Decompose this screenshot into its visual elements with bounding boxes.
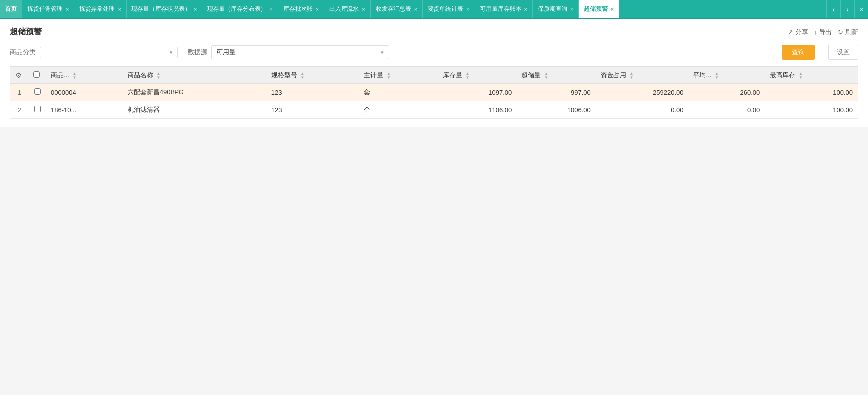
- cell-avg: 260.00: [688, 84, 765, 101]
- row-checkbox[interactable]: [34, 88, 41, 95]
- chevron-down-icon-2: ▾: [381, 49, 384, 56]
- sort-icon-sku-code: ▲▼: [72, 72, 76, 79]
- column-checkbox: [28, 67, 46, 84]
- sort-icon-avg: ▲▼: [715, 72, 719, 79]
- column-spec[interactable]: 规格型号 ▲▼: [266, 67, 359, 84]
- sort-icon-max-stock: ▲▼: [799, 72, 803, 79]
- category-filter: 商品分类 ▾: [10, 47, 178, 58]
- gear-icon[interactable]: ⚙: [15, 71, 22, 79]
- sort-icon-spec: ▲▼: [300, 72, 304, 79]
- cell-capital: 259220.00: [596, 84, 689, 101]
- cell-stock: 1106.00: [438, 101, 517, 118]
- close-tab-summary[interactable]: ×: [414, 6, 417, 12]
- column-stock[interactable]: 库存量 ▲▼: [438, 67, 517, 84]
- close-tab-stock-status[interactable]: ×: [194, 6, 197, 12]
- row-number: 2: [10, 101, 28, 118]
- nav-tab-batch[interactable]: 库存批次账 ×: [278, 0, 324, 18]
- cell-max-stock: 100.00: [765, 84, 858, 101]
- sort-icon-unit: ▲▼: [387, 72, 391, 79]
- settings-button[interactable]: 设置: [828, 45, 858, 60]
- column-max-stock[interactable]: 最高库存 ▲▼: [765, 67, 858, 84]
- sort-icon-capital: ▲▼: [629, 72, 633, 79]
- datasource-select-value: 可用量: [217, 48, 236, 57]
- close-tab-inout[interactable]: ×: [362, 6, 365, 12]
- column-sku-name[interactable]: 商品名称 ▲▼: [123, 67, 266, 84]
- close-tab-batch[interactable]: ×: [316, 6, 319, 12]
- refresh-button[interactable]: ↻ 刷新: [838, 28, 858, 37]
- nav-tab-quality[interactable]: 保质期查询 ×: [533, 0, 579, 18]
- column-sku-code[interactable]: 商品... ▲▼: [46, 67, 123, 84]
- nav-tab-summary[interactable]: 收发存汇总表 ×: [371, 0, 423, 18]
- export-icon: ↓: [814, 28, 818, 36]
- datasource-select[interactable]: 可用量 ▾: [211, 45, 389, 59]
- row-checkbox-cell: [28, 84, 46, 101]
- datasource-label: 数据源: [188, 48, 207, 57]
- column-unit[interactable]: 主计量 ▲▼: [359, 67, 437, 84]
- nav-tab-available[interactable]: 可用量库存账本 ×: [475, 0, 533, 18]
- table-row: 2 186-10... 机油滤清器 123 个 1106.00 1006.00 …: [10, 101, 858, 118]
- close-tab-available[interactable]: ×: [524, 6, 527, 12]
- page-header: 超储预警 ↗ 分享 ↓ 导出 ↻ 刷新: [10, 27, 858, 37]
- nav-tab-stock-status[interactable]: 现存量（库存状况表） ×: [127, 0, 202, 18]
- cell-max-stock: 100.00: [765, 101, 858, 118]
- filter-row: 商品分类 ▾ 数据源 可用量 ▾ 查询 设置: [10, 45, 858, 60]
- close-tab-task[interactable]: ×: [66, 6, 69, 12]
- nav-prev-arrow[interactable]: ‹: [826, 0, 840, 19]
- category-select[interactable]: ▾: [40, 47, 178, 58]
- share-button[interactable]: ↗ 分享: [788, 28, 808, 37]
- cell-sku-name: 机油滤清器: [123, 101, 266, 118]
- nav-close-arrow[interactable]: ×: [854, 0, 868, 19]
- close-tab-quality[interactable]: ×: [570, 6, 573, 12]
- header-actions: ↗ 分享 ↓ 导出 ↻ 刷新: [788, 28, 859, 37]
- nav-tab-overstock[interactable]: 超储预警 ×: [579, 0, 619, 18]
- row-number: 1: [10, 84, 28, 101]
- table-body: 1 0000004 六配套新昌490BPG 123 套 1097.00 997.…: [10, 84, 858, 118]
- column-capital[interactable]: 资金占用 ▲▼: [596, 67, 689, 84]
- cell-overstock: 997.00: [517, 84, 595, 101]
- data-table: ⚙ 商品... ▲▼ 商品名称 ▲▼ 规格型号 ▲▼: [10, 66, 858, 118]
- column-gear: ⚙: [10, 67, 28, 84]
- top-navigation: 首页 拣货任务管理 × 拣货异常处理 × 现存量（库存状况表） × 现存量（库存…: [0, 0, 868, 19]
- sort-icon-overstock: ▲▼: [544, 72, 548, 79]
- data-table-wrapper: ⚙ 商品... ▲▼ 商品名称 ▲▼ 规格型号 ▲▼: [10, 66, 858, 119]
- table-header-row: ⚙ 商品... ▲▼ 商品名称 ▲▼ 规格型号 ▲▼: [10, 67, 858, 84]
- cell-unit: 套: [359, 84, 437, 101]
- select-all-checkbox[interactable]: [33, 71, 40, 78]
- cell-sku-code: 0000004: [46, 84, 123, 101]
- close-tab-stock-dist[interactable]: ×: [269, 6, 272, 12]
- refresh-icon: ↻: [838, 28, 843, 36]
- cell-sku-code: 186-10...: [46, 101, 123, 118]
- cell-spec: 123: [266, 101, 359, 118]
- page-title: 超储预警: [10, 27, 42, 37]
- close-tab-order-stats[interactable]: ×: [466, 6, 469, 12]
- datasource-filter: 数据源 可用量 ▾: [188, 45, 389, 59]
- nav-tab-stock-dist[interactable]: 现存量（库存分布表） ×: [202, 0, 278, 18]
- table-row: 1 0000004 六配套新昌490BPG 123 套 1097.00 997.…: [10, 84, 858, 101]
- nav-next-arrow[interactable]: ›: [840, 0, 854, 19]
- row-checkbox[interactable]: [34, 106, 41, 112]
- cell-stock: 1097.00: [438, 84, 517, 101]
- sort-icon-stock: ▲▼: [465, 72, 469, 79]
- column-overstock[interactable]: 超储量 ▲▼: [517, 67, 595, 84]
- export-button[interactable]: ↓ 导出: [814, 28, 832, 37]
- cell-avg: 0.00: [688, 101, 765, 118]
- query-button[interactable]: 查询: [782, 45, 815, 60]
- cell-overstock: 1006.00: [517, 101, 595, 118]
- nav-arrows: ‹ › ×: [826, 0, 868, 19]
- cell-unit: 个: [359, 101, 437, 118]
- nav-tab-task[interactable]: 拣货任务管理 ×: [22, 0, 74, 18]
- close-tab-exception[interactable]: ×: [118, 6, 121, 12]
- close-tab-overstock[interactable]: ×: [610, 6, 613, 12]
- category-label: 商品分类: [10, 48, 36, 57]
- sort-icon-sku-name: ▲▼: [156, 72, 160, 79]
- cell-capital: 0.00: [596, 101, 689, 118]
- chevron-down-icon: ▾: [170, 49, 173, 56]
- row-checkbox-cell: [28, 101, 46, 118]
- nav-tab-order-stats[interactable]: 要货单统计表 ×: [423, 0, 475, 18]
- cell-spec: 123: [266, 84, 359, 101]
- page-content: 超储预警 ↗ 分享 ↓ 导出 ↻ 刷新 商品分类 ▾ 数据源: [0, 19, 868, 127]
- nav-tab-home[interactable]: 首页: [0, 0, 22, 18]
- column-avg[interactable]: 平均... ▲▼: [688, 67, 765, 84]
- nav-tab-inout[interactable]: 出入库流水 ×: [324, 0, 370, 18]
- nav-tab-exception[interactable]: 拣货异常处理 ×: [74, 0, 126, 18]
